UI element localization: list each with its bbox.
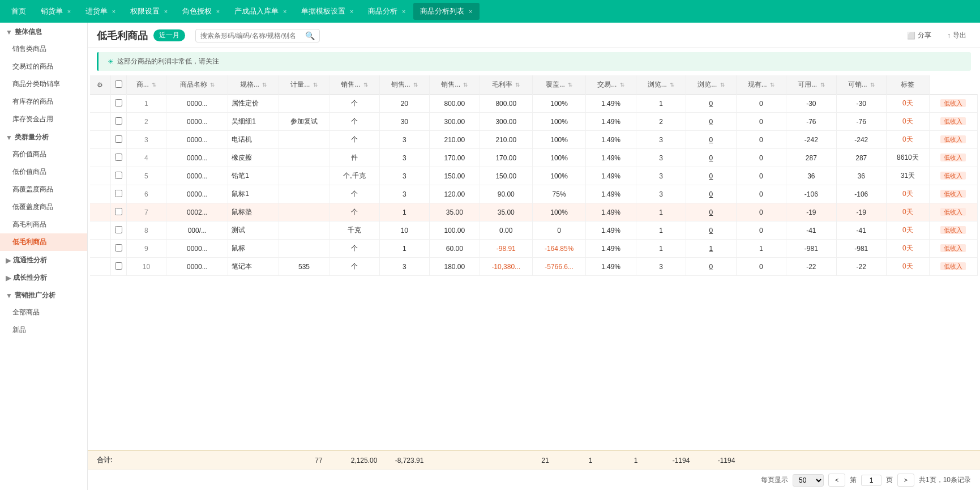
row-checkbox[interactable]: [110, 149, 126, 167]
export-button[interactable]: ↑ 导出: [943, 28, 971, 42]
sidebar-group-growth[interactable]: ▶ 成长性分析: [0, 269, 87, 286]
row-no: 9: [126, 240, 166, 258]
search-input[interactable]: [200, 32, 305, 40]
row-browse1[interactable]: 0: [686, 221, 736, 240]
sidebar-group-overview[interactable]: ▼ 整体信息: [0, 23, 87, 40]
row-settings: [90, 95, 110, 113]
row-select-checkbox[interactable]: [115, 135, 122, 143]
row-browse1[interactable]: 0: [686, 131, 736, 149]
per-page-select[interactable]: 50 100 200: [793, 474, 824, 487]
row-select-checkbox[interactable]: [115, 172, 122, 179]
row-code: 0002...: [166, 203, 228, 221]
nav-product-entry[interactable]: 产成品入库单 ×: [228, 3, 293, 20]
row-browse1[interactable]: 0: [686, 185, 736, 203]
nav-roles[interactable]: 角色授权 ×: [176, 3, 226, 20]
sort-icon[interactable]: ⇅: [413, 82, 418, 88]
row-browse1[interactable]: 0: [686, 149, 736, 167]
row-checkbox[interactable]: [110, 203, 126, 221]
sort-icon[interactable]: ⇅: [152, 82, 156, 88]
row-select-checkbox[interactable]: [115, 99, 122, 106]
row-checkbox[interactable]: [110, 131, 126, 149]
row-browse1[interactable]: 0: [686, 203, 736, 221]
row-checkbox[interactable]: [110, 258, 126, 276]
row-checkbox[interactable]: [110, 95, 126, 113]
sort-icon[interactable]: ⇅: [870, 82, 875, 88]
col-settings[interactable]: ⚙: [90, 75, 110, 95]
sidebar-item-capital[interactable]: 库存资金占用: [0, 110, 87, 128]
row-select-checkbox[interactable]: [115, 208, 122, 215]
nav-purchase[interactable]: 进货单 ×: [79, 3, 122, 20]
sidebar-item-category-rate[interactable]: 商品分类助销率: [0, 75, 87, 93]
row-checkbox[interactable]: [110, 113, 126, 131]
sort-icon[interactable]: ⇅: [262, 82, 267, 88]
table-row: 5 0000... 铅笔1 个,千克 3 150.00 150.00 100% …: [90, 167, 978, 185]
row-browse1[interactable]: 0: [686, 167, 736, 185]
sidebar-group-flow[interactable]: ▶ 流通性分析: [0, 251, 87, 269]
row-checkbox[interactable]: [110, 185, 126, 203]
close-icon[interactable]: ×: [67, 8, 71, 15]
close-icon[interactable]: ×: [283, 8, 286, 15]
sidebar-item-high-coverage[interactable]: 高覆盖度商品: [0, 181, 87, 198]
sort-icon[interactable]: ⇅: [363, 82, 368, 88]
filter-tag-recent[interactable]: 近一月: [153, 29, 185, 41]
row-select-checkbox[interactable]: [115, 226, 122, 233]
select-all-checkbox[interactable]: [115, 80, 122, 88]
sidebar-item-in-stock[interactable]: 有库存的商品: [0, 93, 87, 110]
row-select-checkbox[interactable]: [115, 154, 122, 161]
row-sales-qty: 3: [379, 167, 429, 185]
nav-analysis-list[interactable]: 商品分析列表 ×: [413, 3, 479, 20]
nav-template[interactable]: 单据模板设置 ×: [294, 3, 360, 20]
sidebar-item-new-goods[interactable]: 新品: [0, 321, 87, 339]
nav-sales[interactable]: 销货单 ×: [34, 3, 78, 20]
sort-icon[interactable]: ⇅: [568, 82, 572, 88]
row-browse1[interactable]: 0: [686, 113, 736, 131]
row-browse1[interactable]: 1: [686, 240, 736, 258]
close-icon[interactable]: ×: [216, 8, 220, 15]
close-icon[interactable]: ×: [402, 8, 405, 15]
sidebar-item-sales-goods[interactable]: 销售类商品: [0, 40, 87, 58]
sidebar-item-traded-goods[interactable]: 交易过的商品: [0, 58, 87, 75]
share-button[interactable]: ⬜ 分享: [902, 28, 936, 42]
row-current-stock: -30: [786, 95, 836, 113]
nav-product-analysis[interactable]: 商品分析 ×: [361, 3, 412, 20]
search-icon[interactable]: 🔍: [305, 31, 315, 40]
prev-page-button[interactable]: ＜: [828, 474, 845, 487]
row-gross-margin: 100%: [532, 131, 585, 149]
close-icon[interactable]: ×: [350, 8, 353, 15]
row-checkbox[interactable]: [110, 221, 126, 240]
sort-icon[interactable]: ⇅: [210, 82, 215, 88]
sidebar-item-high-value[interactable]: 高价值商品: [0, 146, 87, 163]
sort-icon[interactable]: ⇅: [820, 82, 825, 88]
sidebar-item-low-value[interactable]: 低价值商品: [0, 163, 87, 181]
nav-permissions[interactable]: 权限设置 ×: [123, 3, 174, 20]
row-select-checkbox[interactable]: [115, 190, 122, 197]
sidebar-item-low-coverage[interactable]: 低覆盖度商品: [0, 198, 87, 216]
sort-icon[interactable]: ⇅: [620, 82, 624, 88]
sort-icon[interactable]: ⇅: [463, 82, 468, 88]
sort-icon[interactable]: ⇅: [720, 82, 725, 88]
col-checkbox[interactable]: [110, 75, 126, 95]
sort-icon[interactable]: ⇅: [313, 82, 318, 88]
close-icon[interactable]: ×: [112, 8, 115, 15]
next-page-button[interactable]: ＞: [897, 474, 914, 487]
page-input[interactable]: [861, 475, 881, 486]
close-icon[interactable]: ×: [164, 8, 168, 15]
row-browse1[interactable]: 0: [686, 258, 736, 276]
nav-home[interactable]: 首页: [5, 3, 33, 20]
sidebar-group-marketing[interactable]: ▼ 营销推广分析: [0, 286, 87, 304]
row-select-checkbox[interactable]: [115, 262, 122, 270]
sort-icon[interactable]: ⇅: [670, 82, 674, 88]
sidebar-item-low-margin[interactable]: 低毛利商品: [0, 233, 87, 251]
row-checkbox[interactable]: [110, 167, 126, 185]
row-select-checkbox[interactable]: [115, 117, 122, 125]
sidebar-item-all-goods[interactable]: 全部商品: [0, 304, 87, 321]
row-browse1[interactable]: 0: [686, 95, 736, 113]
sidebar-item-high-margin[interactable]: 高毛利商品: [0, 216, 87, 233]
sidebar-group-cluster[interactable]: ▼ 类群量分析: [0, 128, 87, 146]
sort-icon[interactable]: ⇅: [515, 82, 520, 88]
close-icon[interactable]: ×: [469, 8, 472, 15]
sort-icon[interactable]: ⇅: [770, 82, 774, 88]
row-select-checkbox[interactable]: [115, 244, 122, 252]
row-tag: 低收入: [929, 258, 977, 276]
row-checkbox[interactable]: [110, 240, 126, 258]
